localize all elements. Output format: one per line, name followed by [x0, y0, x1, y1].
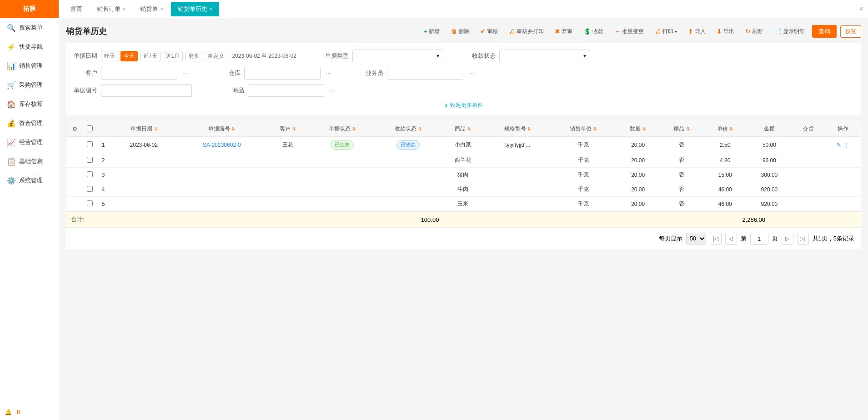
per-page-select[interactable]: 50 — [686, 233, 706, 245]
delete-button[interactable]: 🗑 删除 — [447, 26, 473, 37]
audit-print-button[interactable]: 🖨 审核并打印 — [505, 26, 547, 37]
row-checkbox[interactable] — [87, 200, 93, 206]
import-button[interactable]: ⬆ 导入 — [684, 26, 709, 37]
setting-button[interactable]: 设置 — [840, 25, 861, 38]
goods-dots[interactable]: ··· — [330, 87, 335, 94]
doc-type-select[interactable]: ▾ — [352, 50, 443, 62]
table-footer: 合计: 100.00 2,286.00 — [66, 211, 861, 227]
tab-sales-history-close[interactable]: × — [210, 6, 212, 12]
col-customer-label: 客户 — [280, 125, 291, 132]
collect-label: 收款 — [592, 28, 603, 35]
cell-settings — [66, 153, 83, 168]
sidebar-item-quick-nav[interactable]: ⚡ 快捷导航 — [0, 37, 59, 56]
tab-sales-history[interactable]: 销货单历史 × — [171, 2, 219, 16]
col-qty[interactable]: 数量 ⇅ — [616, 121, 660, 137]
cell-checkbox — [83, 197, 96, 211]
date-btn-custom[interactable]: 自定义 — [205, 51, 227, 61]
row-checkbox[interactable] — [87, 186, 93, 192]
operations-icon: 📈 — [7, 138, 15, 146]
tab-sales-delivery-close[interactable]: × — [160, 6, 163, 12]
query-button[interactable]: 查询 — [812, 25, 837, 38]
filter-payment-status-item: 收款状态 ▾ — [471, 50, 590, 62]
add-button[interactable]: + 新增 — [420, 26, 443, 37]
first-page-btn[interactable]: |◁ — [710, 233, 722, 245]
export-button[interactable]: ⬇ 导出 — [713, 26, 738, 37]
date-btn-more[interactable]: 更多 — [185, 51, 202, 61]
col-customer[interactable]: 客户 ⇅ — [266, 121, 310, 137]
date-btn-yesterday[interactable]: 昨天 — [101, 51, 118, 61]
sidebar-bottom-icon2[interactable]: ⏸ — [15, 409, 21, 415]
cell-doc-status — [310, 182, 375, 197]
sidebar-item-system[interactable]: ⚙️ 系统管理 — [0, 171, 59, 190]
pagination: 每页显示 50 |◁ ◁ 第 页 ▷ ▷| 共1页，5条记录 — [66, 228, 861, 249]
tab-sales-order[interactable]: 销售订单 × — [90, 2, 132, 16]
sidebar-item-sales-mgmt[interactable]: 📊 销售管理 — [0, 56, 59, 75]
salesperson-input[interactable] — [387, 67, 463, 80]
row-checkbox[interactable] — [87, 157, 93, 163]
doc-type-label: 单据类型 — [324, 52, 349, 60]
collect-button[interactable]: 💲 收款 — [580, 26, 607, 37]
payment-status-select[interactable]: ▾ — [499, 50, 590, 62]
sidebar-item-operations[interactable]: 📈 经营管理 — [0, 133, 59, 152]
cell-doc-date — [110, 182, 178, 197]
date-btn-today[interactable]: 今天 — [120, 51, 138, 61]
sidebar-label-basic-info: 基础信息 — [19, 157, 43, 165]
sidebar-item-search-menu[interactable]: 🔍 搜索菜单 — [0, 18, 59, 37]
warehouse-input[interactable] — [244, 67, 321, 80]
audit-button[interactable]: ✔ 审核 — [477, 26, 502, 37]
more-action[interactable]: ⋮ — [843, 142, 849, 148]
col-doc-no-label: 单据编号 — [208, 125, 230, 132]
main-area: 首页 销售订单 × 销货单 × 销货单历史 × × 销货单历史 + 新增 — [59, 0, 868, 420]
cell-doc-date — [110, 197, 178, 211]
select-all-checkbox[interactable] — [87, 125, 93, 131]
page-input[interactable] — [750, 233, 768, 245]
col-settings[interactable]: ⚙ — [66, 121, 83, 137]
abandon-icon: ✖ — [555, 28, 560, 35]
tab-home[interactable]: 首页 — [64, 2, 89, 16]
refresh-button[interactable]: ↻ 刷新 — [742, 26, 767, 37]
goods-input[interactable] — [248, 84, 324, 97]
abandon-button[interactable]: ✖ 弃审 — [551, 26, 576, 37]
salesperson-dots[interactable]: ··· — [469, 70, 474, 77]
col-doc-no[interactable]: 单据编号 ⇅ — [178, 121, 266, 137]
sidebar: 拓豚 🔍 搜索菜单 ⚡ 快捷导航 📊 销售管理 🛒 采购管理 🏠 库存核算 💰 … — [0, 0, 59, 420]
window-close-btn[interactable]: × — [859, 5, 863, 13]
sidebar-item-purchase-mgmt[interactable]: 🛒 采购管理 — [0, 75, 59, 95]
col-spec[interactable]: 规格型号 ⇅ — [485, 121, 551, 137]
col-goods[interactable]: 商品 ⇅ — [441, 121, 485, 137]
row-checkbox[interactable] — [87, 171, 93, 177]
tab-sales-delivery[interactable]: 销货单 × — [133, 2, 170, 16]
col-unit-price[interactable]: 单价 ⇅ — [703, 121, 747, 137]
col-transaction: 交货 — [792, 121, 825, 137]
date-btn-1month[interactable]: 近1月 — [163, 51, 183, 61]
sidebar-item-inventory[interactable]: 🏠 库存核算 — [0, 95, 59, 114]
print-button[interactable]: 🖨 打印 ▾ — [651, 26, 681, 37]
docno-input[interactable] — [101, 84, 192, 97]
customer-dots[interactable]: ··· — [183, 70, 188, 77]
doc-no-link[interactable]: SA-20230602-0 — [203, 142, 241, 148]
date-btn-7days[interactable]: 近7天 — [140, 51, 161, 61]
next-page-btn[interactable]: ▷ — [782, 233, 793, 245]
col-doc-status[interactable]: 单据状态 ⇅ — [310, 121, 375, 137]
export-label: 导出 — [723, 28, 734, 35]
total-amount: 2,286.00 — [742, 216, 765, 223]
cell-checkbox — [83, 168, 96, 182]
batch-change-button[interactable]: ↔ 批量变更 — [611, 26, 647, 37]
row-checkbox[interactable] — [87, 141, 93, 147]
sidebar-item-finance[interactable]: 💰 资金管理 — [0, 114, 59, 133]
col-payment-status[interactable]: 收款状态 ⇅ — [375, 121, 441, 137]
filter-goods-item: 商品 ··· — [219, 84, 335, 97]
prev-page-btn[interactable]: ◁ — [725, 233, 737, 245]
tab-sales-order-close[interactable]: × — [123, 6, 125, 12]
sidebar-item-basic-info[interactable]: 📋 基础信息 — [0, 152, 59, 171]
customer-input[interactable] — [101, 67, 177, 80]
col-gift[interactable]: 赠品 ⇅ — [660, 121, 703, 137]
last-page-btn[interactable]: ▷| — [797, 233, 809, 245]
show-detail-button[interactable]: 📄 显示明细 — [770, 26, 808, 37]
sidebar-bottom-icon1[interactable]: 🔔 — [5, 409, 12, 415]
warehouse-dots[interactable]: ··· — [326, 70, 331, 77]
col-doc-date[interactable]: 单据日期 ⇅ — [110, 121, 178, 137]
edit-action[interactable]: ✎ — [837, 142, 841, 148]
col-unit[interactable]: 销售单位 ⇅ — [551, 121, 616, 137]
collapse-btn[interactable]: ∧ 收起更多条件 — [72, 101, 855, 109]
